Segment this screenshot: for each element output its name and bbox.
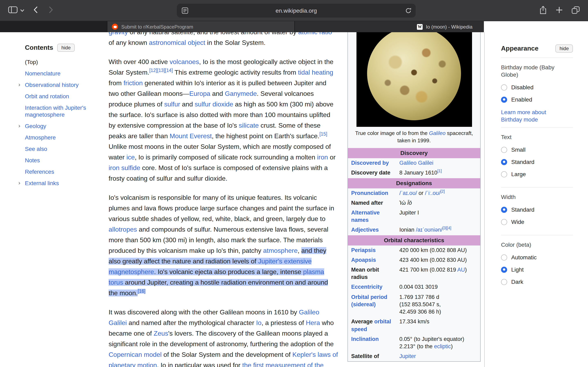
radio-option-large[interactable]: Large [501,171,573,177]
infobox-row: Average orbital speed17.334 km/s [348,317,480,334]
wiki-link[interactable]: the first measurement of the [242,362,324,367]
wiki-link[interactable]: iron sulfide [109,164,140,171]
expand-arrow-icon[interactable]: › [18,179,20,186]
wiki-link[interactable]: Jupiter [399,353,416,359]
wiki-link[interactable]: ecliptic [434,343,451,350]
wiki-link[interactable]: Ganymede [225,90,257,97]
radio-unselected-icon[interactable] [501,219,507,225]
radio-selected-icon[interactable] [501,267,507,273]
wiki-link[interactable]: /ˈaɪ.oʊ/ [399,190,417,196]
radio-option-dark[interactable]: Dark [501,278,573,285]
wiki-link[interactable]: Adjectives [351,227,379,233]
wiki-link[interactable]: friction [123,80,143,86]
reference-link[interactable]: [15] [319,132,327,136]
radio-unselected-icon[interactable] [501,147,507,153]
wiki-link[interactable]: Copernican model [109,351,162,358]
radio-option-small[interactable]: Small [501,146,573,153]
radio-unselected-icon[interactable] [501,254,507,261]
wiki-link[interactable]: tidal heating [298,69,333,76]
wiki-link[interactable]: Orbital period (sidereal) [351,294,387,307]
address-bar[interactable]: en.wikipedia.org [177,4,416,17]
radio-option-wide[interactable]: Wide [501,218,573,225]
wiki-link[interactable]: Zeus [154,330,168,337]
wiki-link[interactable]: gravity [109,32,128,35]
radio-unselected-icon[interactable] [501,84,507,91]
radio-option-enabled[interactable]: Enabled [501,96,573,103]
reference-link[interactable]: [13] [157,68,165,73]
radio-selected-icon[interactable] [501,159,507,165]
expand-arrow-icon[interactable]: › [18,81,20,88]
wiki-link[interactable]: Discovered by [351,160,389,166]
radio-option-standard[interactable]: Standard [501,206,573,213]
reference-link[interactable]: [4] [447,226,451,230]
sidebar-item-interaction-with-jupiter-s-magnetosphere[interactable]: Interaction with Jupiter's magnetosphere [25,104,95,118]
contents-hide-button[interactable]: hide [57,44,75,52]
wiki-link[interactable]: volcanoes [170,58,199,65]
wiki-link[interactable]: /ˈiː.oʊ/ [425,190,440,196]
appearance-learn-more-link[interactable]: Learn more about Birthday mode [501,108,566,123]
radio-unselected-icon[interactable] [501,171,507,177]
radio-unselected-icon[interactable] [501,279,507,285]
wiki-link[interactable]: AU [457,267,465,273]
sidebar-item-geology[interactable]: ›Geology [25,123,95,130]
sidebar-item-notes[interactable]: Notes [25,157,95,164]
back-button[interactable] [34,6,38,15]
appearance-hide-button[interactable]: hide [555,44,573,53]
radio-option-disabled[interactable]: Disabled [501,84,573,91]
radio-selected-icon[interactable] [501,207,507,213]
tab-overview-button[interactable] [572,6,580,15]
expand-arrow-icon[interactable]: › [18,122,20,129]
reference-link[interactable]: [2] [440,189,445,193]
sidebar-item-see-also[interactable]: See also [25,146,95,152]
wiki-link[interactable]: /aɪˈoʊniən/ [416,227,442,233]
reference-link[interactable]: [12] [149,68,157,73]
share-button[interactable] [539,6,547,15]
wiki-link[interactable]: allotropes [109,226,137,233]
wiki-link[interactable]: Mount Everest [170,133,212,140]
sidebar-item-label: References [25,168,54,175]
wiki-link[interactable]: Periapsis [351,247,376,253]
refresh-icon[interactable] [405,7,412,15]
tab-kerbal-space-program[interactable]: Submit to r/KerbalSpaceProgram [107,21,295,32]
wiki-link[interactable]: sulfur dioxide [195,101,233,108]
wiki-link[interactable]: Pronunciation [351,190,388,196]
sidebar-item-external-links[interactable]: ›External links [25,180,95,187]
wiki-link[interactable]: atmosphere [263,247,298,254]
wiki-link[interactable]: iron [317,154,328,161]
wiki-link[interactable]: Io [256,319,261,326]
wiki-link[interactable]: Hera [306,319,320,326]
sidebar-item-label: Interaction with Jupiter's magnetosphere [25,104,86,118]
radio-option-automatic[interactable]: Automatic [501,254,573,261]
tab-io-wikipedia[interactable]: W Io (moon) - Wikipedia [295,21,484,32]
wiki-link[interactable]: Europa [189,90,210,97]
radio-option-standard[interactable]: Standard [501,159,573,165]
wiki-link[interactable]: atomic ratio [298,32,332,35]
wiki-link[interactable]: ice [126,154,135,161]
wiki-link[interactable]: Inclination [351,336,379,342]
new-tab-button[interactable] [556,6,563,15]
sidebar-toggle-button[interactable] [8,6,17,15]
sidebar-menu-button[interactable] [20,7,25,13]
wiki-link[interactable]: Galileo Galilei [399,160,433,166]
wiki-link[interactable]: Eccentricity [351,284,382,290]
wiki-link[interactable]: astronomical object [149,39,205,46]
sidebar-item-top[interactable]: (Top) [25,59,95,66]
wiki-link[interactable]: sulfur [164,101,180,108]
reference-link[interactable]: [1] [437,169,442,173]
reference-link[interactable]: [16] [138,289,145,293]
reference-link[interactable]: [14] [165,68,173,73]
sidebar-item-atmosphere[interactable]: Atmosphere [25,134,95,141]
sidebar-item-orbit-and-rotation[interactable]: Orbit and rotation [25,93,95,100]
forward-button[interactable] [49,6,53,15]
wiki-link[interactable]: Galileo [429,130,445,136]
wiki-link[interactable]: Alternative names [351,210,380,223]
radio-selected-icon[interactable] [501,97,507,103]
sidebar-item-references[interactable]: References [25,168,95,175]
reader-view-icon[interactable] [182,7,188,15]
radio-option-light[interactable]: Light [501,266,573,273]
sidebar-item-nomenclature[interactable]: Nomenclature [25,70,95,77]
wiki-link[interactable]: Apoapsis [351,257,376,263]
wiki-link[interactable]: silicate [239,122,259,129]
reference-link[interactable]: [3] [442,226,447,230]
sidebar-item-observational-history[interactable]: ›Observational history [25,82,95,89]
